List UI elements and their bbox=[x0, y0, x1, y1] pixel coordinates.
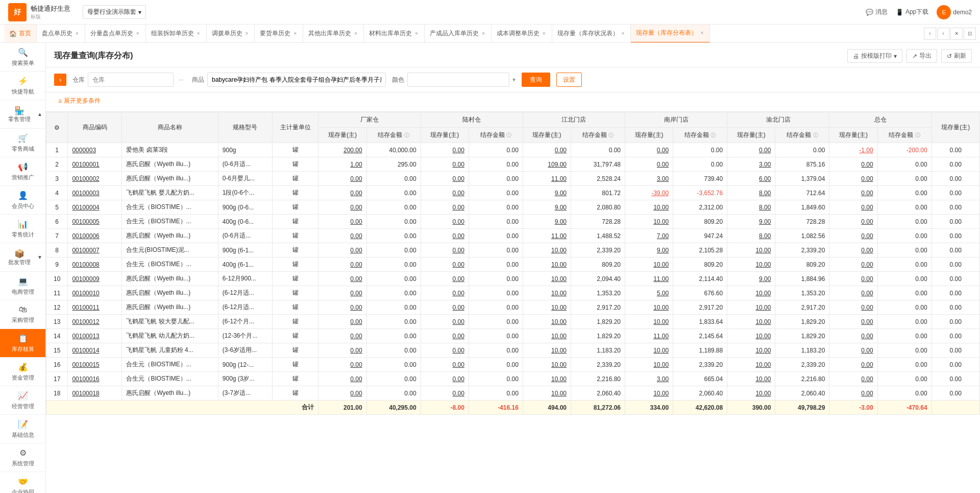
cell-jq[interactable]: 10.00 bbox=[523, 343, 571, 358]
cell-lq[interactable]: 0.00 bbox=[421, 229, 469, 243]
cell-code[interactable]: 00100015 bbox=[68, 358, 122, 372]
warehouse-input[interactable] bbox=[88, 73, 174, 87]
tab-cost-adj[interactable]: 成本调整单历史 × bbox=[492, 25, 552, 43]
cell-lq[interactable]: 0.00 bbox=[421, 143, 469, 157]
cell-code[interactable]: 00100003 bbox=[68, 186, 122, 200]
cell-lq[interactable]: 0.00 bbox=[421, 157, 469, 172]
jiangbei-info-icon[interactable]: ⓘ bbox=[608, 132, 614, 138]
cell-lq[interactable]: 0.00 bbox=[421, 315, 469, 329]
sidebar-item-shortcut[interactable]: ⚡ 快捷导航 bbox=[0, 72, 45, 100]
cell-code[interactable]: 00100014 bbox=[68, 343, 122, 358]
cell-tq[interactable]: 0.00 bbox=[829, 300, 877, 315]
cell-tq[interactable]: 0.00 bbox=[829, 358, 877, 372]
cell-yq[interactable]: 10.00 bbox=[727, 329, 775, 343]
sidebar-item-basic[interactable]: 📝 基础信息 bbox=[0, 415, 45, 443]
cell-tq[interactable]: 0.00 bbox=[829, 372, 877, 386]
cell-tq[interactable]: 0.00 bbox=[829, 186, 877, 200]
cell-nq[interactable]: 3.00 bbox=[625, 372, 673, 386]
sidebar-item-finance[interactable]: 💰 资金管理 bbox=[0, 358, 45, 386]
tab-split-disassemble-close[interactable]: × bbox=[196, 30, 201, 37]
cell-code[interactable]: 00100009 bbox=[68, 272, 122, 286]
cell-code[interactable]: 00100001 bbox=[68, 157, 122, 172]
cell-tq[interactable]: 0.00 bbox=[829, 286, 877, 300]
cell-fq[interactable]: 0.00 bbox=[318, 200, 366, 215]
cell-yq[interactable]: 10.00 bbox=[727, 243, 775, 257]
cell-yq[interactable]: 8.00 bbox=[727, 186, 775, 200]
cell-nq[interactable]: 9.00 bbox=[625, 243, 673, 257]
app-download-btn[interactable]: 📱 App下载 bbox=[896, 8, 928, 16]
cell-code[interactable]: 00100013 bbox=[68, 329, 122, 343]
cell-yq[interactable]: 9.00 bbox=[727, 272, 775, 286]
cell-nq[interactable]: 10.00 bbox=[625, 300, 673, 315]
sidebar-item-retail[interactable]: 🏪 零售管理 ▲ bbox=[0, 100, 45, 129]
nanan-info-icon[interactable]: ⓘ bbox=[710, 132, 716, 138]
tab-allocation-close[interactable]: × bbox=[244, 30, 250, 37]
cell-nq[interactable]: 0.00 bbox=[625, 157, 673, 172]
nav-prev-btn[interactable]: ‹ bbox=[924, 28, 936, 40]
query-btn[interactable]: 查询 bbox=[522, 73, 550, 87]
cell-jq[interactable]: 10.00 bbox=[523, 372, 571, 386]
sidebar-item-enterprise[interactable]: 🤝 企业协同 bbox=[0, 472, 45, 493]
cell-lq[interactable]: 0.00 bbox=[421, 200, 469, 215]
cell-jq[interactable]: 11.00 bbox=[523, 172, 571, 186]
cell-tq[interactable]: 0.00 bbox=[829, 315, 877, 329]
nav-close-all-btn[interactable]: ✕ bbox=[950, 28, 963, 40]
sidebar-item-retail-stats[interactable]: 📊 零售统计 bbox=[0, 215, 45, 243]
cell-yq[interactable]: 10.00 bbox=[727, 343, 775, 358]
tab-split-count[interactable]: 分量盘点单历史 × bbox=[85, 25, 146, 43]
cell-nq[interactable]: 3.00 bbox=[625, 172, 673, 186]
settings-icon[interactable]: ⚙ bbox=[54, 124, 60, 131]
nav-next-btn[interactable]: › bbox=[937, 28, 949, 40]
tab-other-out-close[interactable]: × bbox=[353, 30, 358, 37]
cell-yq[interactable]: 8.00 bbox=[727, 200, 775, 215]
cell-nq[interactable]: 10.00 bbox=[625, 200, 673, 215]
sidebar-item-wholesale[interactable]: 📦 批发管理 ▼ bbox=[0, 243, 45, 272]
tab-requisition[interactable]: 要货单历史 × bbox=[255, 25, 303, 43]
setting-btn[interactable]: 设置 bbox=[556, 73, 582, 87]
cell-code[interactable]: 00100012 bbox=[68, 315, 122, 329]
cell-jq[interactable]: 10.00 bbox=[523, 243, 571, 257]
refresh-btn[interactable]: ↺ 刷新 bbox=[941, 49, 972, 63]
cell-tq[interactable]: 0.00 bbox=[829, 172, 877, 186]
tab-product-in-close[interactable]: × bbox=[481, 30, 486, 37]
tab-stock-dist[interactable]: 现存量（库存分布表） × bbox=[631, 25, 710, 43]
cell-fq[interactable]: 0.00 bbox=[318, 272, 366, 286]
cell-yq[interactable]: 10.00 bbox=[727, 358, 775, 372]
cell-jq[interactable]: 9.00 bbox=[523, 186, 571, 200]
color-input[interactable] bbox=[407, 73, 509, 87]
cell-nq[interactable]: 10.00 bbox=[625, 215, 673, 229]
cell-jq[interactable]: 10.00 bbox=[523, 329, 571, 343]
cell-lq[interactable]: 0.00 bbox=[421, 286, 469, 300]
cell-yq[interactable]: 10.00 bbox=[727, 386, 775, 401]
cell-nq[interactable]: 10.00 bbox=[625, 358, 673, 372]
sidebar-item-system[interactable]: ⚙ 系统管理 bbox=[0, 443, 45, 472]
cell-jq[interactable]: 10.00 bbox=[523, 386, 571, 401]
cell-code[interactable]: 0000003 bbox=[68, 143, 122, 157]
cell-lq[interactable]: 0.00 bbox=[421, 172, 469, 186]
cell-code[interactable]: 00100004 bbox=[68, 200, 122, 215]
cell-code[interactable]: 00100002 bbox=[68, 172, 122, 186]
cell-fq[interactable]: 0.00 bbox=[318, 243, 366, 257]
cell-lq[interactable]: 0.00 bbox=[421, 343, 469, 358]
cell-jq[interactable]: 0.00 bbox=[523, 143, 571, 157]
cell-code[interactable]: 00100010 bbox=[68, 286, 122, 300]
cell-fq[interactable]: 0.00 bbox=[318, 186, 366, 200]
cell-lq[interactable]: 0.00 bbox=[421, 215, 469, 229]
cell-fq[interactable]: 0.00 bbox=[318, 229, 366, 243]
expand-conditions-btn[interactable]: ≡ 展开更多条件 bbox=[54, 95, 105, 107]
cell-fq[interactable]: 0.00 bbox=[318, 300, 366, 315]
sidebar-item-marketing[interactable]: 📢 营销推广 bbox=[0, 157, 45, 186]
cell-lq[interactable]: 0.00 bbox=[421, 186, 469, 200]
yubei-info-icon[interactable]: ⓘ bbox=[813, 132, 818, 138]
cell-fq[interactable]: 0.00 bbox=[318, 257, 366, 272]
cell-code[interactable]: 00100006 bbox=[68, 229, 122, 243]
cell-yq[interactable]: 10.00 bbox=[727, 372, 775, 386]
cell-jq[interactable]: 11.00 bbox=[523, 229, 571, 243]
nav-maximize-btn[interactable]: ⊡ bbox=[964, 28, 976, 40]
cell-tq[interactable]: 0.00 bbox=[829, 329, 877, 343]
tab-requisition-close[interactable]: × bbox=[292, 30, 298, 37]
cell-fq[interactable]: 0.00 bbox=[318, 329, 366, 343]
cell-tq[interactable]: 0.00 bbox=[829, 215, 877, 229]
branch-selector[interactable]: 母婴行业演示陈套 ▾ bbox=[83, 5, 146, 19]
tab-stock-status-close[interactable]: × bbox=[621, 30, 626, 37]
